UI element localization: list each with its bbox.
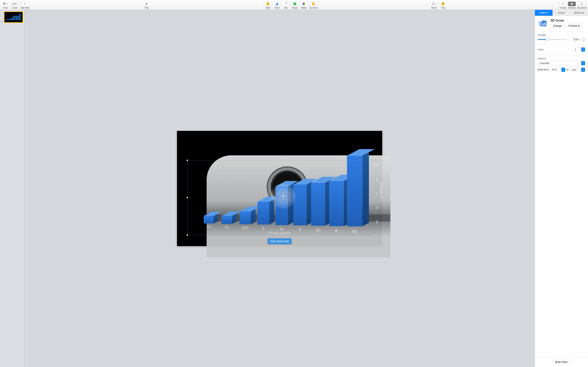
table-label: Table [266, 7, 270, 9]
change-effect-button[interactable]: Change [550, 24, 564, 28]
add-slide-label: Add Slide [21, 7, 29, 9]
svg-point-7 [281, 191, 285, 201]
svg-rect-1 [3, 3, 4, 4]
comment-label: Comment [309, 7, 318, 9]
tips-label: Tips [441, 7, 445, 9]
tab-build-out[interactable]: Build Out [571, 10, 588, 16]
play-icon: ▶ [146, 2, 148, 5]
duration-stepper[interactable]: ▲▼ [582, 37, 585, 42]
build-from-select[interactable]: First [550, 67, 565, 72]
edit-chart-data-button[interactable]: Edit Chart Data [268, 238, 292, 244]
text-label: Text [284, 7, 288, 9]
share-label: Share [431, 7, 437, 9]
slide-thumbnail[interactable] [4, 11, 23, 23]
duration-field[interactable]: 3.00 s [569, 37, 581, 42]
animate-button[interactable]: Animate [568, 1, 576, 9]
tips-button[interactable]: ? Tips [439, 1, 447, 9]
slide[interactable]: Megapixels 0369122G3G3GS44s55s66s iPhone… [177, 131, 382, 246]
order-label: Order [538, 48, 544, 51]
text-icon: T [285, 2, 287, 6]
animate-icon [571, 2, 573, 5]
resize-handle[interactable] [375, 234, 377, 236]
media-label: Media [301, 7, 307, 9]
format-button[interactable]: Format [559, 1, 567, 9]
play-label: Play [145, 7, 149, 9]
add-slide-button[interactable]: + Add Slide [21, 1, 29, 9]
inspector-panel: Build In Action Build Out [535, 10, 588, 367]
play-button[interactable]: ▶ Play [142, 1, 152, 9]
plus-icon: + [24, 3, 26, 5]
tips-icon: ? [441, 2, 445, 6]
zoom-value: 54% [12, 3, 17, 5]
rotate-3d-widget[interactable] [271, 184, 295, 208]
order-select[interactable]: 1 [573, 47, 585, 52]
build-order-button[interactable]: Build Order [552, 360, 571, 365]
comment-button[interactable]: Comment [309, 1, 318, 9]
document-icon [580, 2, 583, 5]
preview-button[interactable]: Preview▶ [566, 24, 582, 28]
build-from-value: First [552, 68, 557, 71]
toolbar: ▾ View 54%▾ Zoom + Add Slide ▶ Play Tabl… [0, 0, 588, 10]
build-from-label: Build from [538, 68, 549, 71]
y-tick: 3 [376, 206, 378, 210]
to-label: to [567, 68, 569, 71]
main-area: 1 Megapixels 0369122G3G3GS44s55s66s [0, 10, 588, 367]
canvas[interactable]: Megapixels 0369122G3G3GS44s55s66s iPhone… [25, 10, 535, 367]
animate-label: Animate [568, 7, 576, 9]
svg-point-6 [278, 194, 288, 198]
chart-icon [276, 2, 278, 5]
resize-handle[interactable] [187, 234, 188, 236]
inspector-tabs: Build In Action Build Out [535, 10, 588, 16]
media-icon [302, 2, 305, 5]
resize-handle[interactable] [187, 160, 188, 161]
zoom-label: Zoom [12, 7, 18, 9]
delivery-value: Cascade [540, 62, 549, 65]
delivery-label: Delivery [538, 57, 585, 60]
x-axis-title: iPhone models [269, 231, 291, 235]
chart-button[interactable]: Chart [273, 1, 281, 9]
slide-number: 1 [1, 21, 2, 23]
duration-label: Duration [538, 34, 585, 36]
delivery-select[interactable]: Cascade [538, 61, 585, 66]
y-axis-title: Megapixels [380, 183, 383, 199]
view-label: View [3, 7, 8, 9]
duration-slider[interactable] [538, 39, 567, 40]
build-to-value: Last [572, 68, 576, 71]
view-button[interactable]: ▾ View [2, 1, 9, 9]
comment-icon [312, 2, 315, 5]
document-button[interactable]: Document [577, 1, 586, 9]
share-button[interactable]: ▾ Share [430, 1, 438, 9]
media-button[interactable]: Media [300, 1, 308, 9]
build-to-select[interactable]: Last [570, 67, 585, 72]
shape-button[interactable]: Shape [291, 1, 299, 9]
resize-handle[interactable] [187, 197, 188, 198]
shape-icon [293, 2, 296, 5]
text-button[interactable]: T Text [282, 1, 290, 9]
document-label: Document [577, 7, 586, 9]
slide-navigator[interactable]: 1 [0, 10, 25, 367]
resize-handle[interactable] [375, 197, 377, 198]
brush-icon [562, 2, 564, 5]
svg-rect-5 [581, 3, 583, 5]
y-tick: 0 [376, 220, 378, 224]
resize-handle[interactable] [375, 160, 377, 161]
zoom-button[interactable]: 54%▾ Zoom [11, 1, 19, 9]
y-tick: 6 [376, 192, 378, 196]
tab-action[interactable]: Action [553, 10, 571, 16]
tab-build-in[interactable]: Build In [535, 10, 553, 16]
table-icon [267, 2, 269, 5]
resize-handle[interactable] [281, 160, 282, 161]
shape-label: Shape [292, 7, 298, 9]
y-tick: 9 [376, 178, 378, 182]
table-button[interactable]: Table [264, 1, 272, 9]
share-icon [432, 2, 435, 5]
order-value: 1 [575, 48, 576, 51]
format-label: Format [560, 7, 566, 9]
play-icon: ▶ [579, 25, 580, 27]
effect-icon [538, 19, 548, 28]
chart-label: Chart [274, 7, 279, 9]
effect-name: 3D Grow [550, 19, 582, 22]
preview-label: Preview [569, 25, 577, 27]
